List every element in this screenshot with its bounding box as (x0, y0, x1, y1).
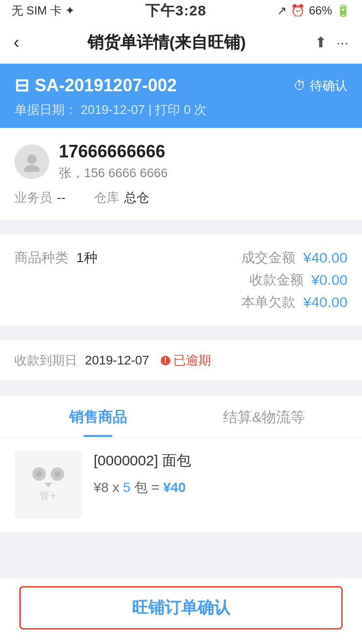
back-button[interactable]: ‹ (14, 32, 42, 53)
owed-amount-item: 本单欠款 ¥40.00 (241, 293, 348, 311)
alarm-icon: ⏰ (291, 4, 305, 17)
owl-left-eye (32, 467, 46, 481)
more-icon[interactable]: ··· (336, 34, 348, 51)
warehouse: 仓库 总仓 (94, 189, 149, 206)
unit-price: ¥8 (94, 480, 109, 495)
amount-value: ¥40.00 (303, 250, 348, 266)
product-type-item: 商品种类 1种 (14, 249, 97, 267)
info-left: 商品种类 1种 (14, 249, 97, 271)
owed-value: ¥40.00 (303, 294, 348, 310)
customer-name: 张，156 6666 6666 (59, 165, 168, 182)
product-name: [0000002] 面包 (94, 451, 191, 471)
owl-eyes (32, 467, 64, 481)
amount-label: 成交金额 (241, 249, 295, 267)
product-unit: 包 (134, 480, 148, 495)
date-label: 单据日期： (14, 102, 77, 117)
tab-settlement[interactable]: 结算&物流等 (181, 396, 348, 437)
order-id-text: SA-20191207-002 (35, 75, 177, 96)
due-section: 收款到期日 2019-12-07 ! 已逾期 (0, 340, 362, 380)
customer-info: 17666666666 张，156 6666 6666 (59, 141, 168, 182)
product-logo: 管+ (32, 467, 64, 503)
share-icon[interactable]: ⬆ (315, 34, 327, 51)
status-text: 待确认 (310, 77, 348, 94)
nav-right-actions: ⬆ ··· (291, 34, 348, 51)
status-right: ↗ ⏰ 66% 🔋 (277, 4, 350, 17)
order-id: ⊟ SA-20191207-002 (14, 75, 177, 96)
tab-settlement-label: 结算&物流等 (223, 409, 305, 425)
overdue-text: 已逾期 (173, 352, 211, 369)
transaction-amount-item: 成交金额 ¥40.00 (241, 249, 348, 267)
page-title: 销货单详情(来自旺铺) (42, 31, 291, 54)
nav-bar: ‹ 销货单详情(来自旺铺) ⬆ ··· (0, 21, 362, 64)
product-thumbnail: 管+ (14, 451, 82, 518)
order-icon: ⊟ (14, 75, 29, 96)
order-status: ⏱ 待确认 (293, 77, 348, 94)
received-amount-item: 收款金额 ¥0.00 (250, 271, 348, 289)
product-type-label: 商品种类 (14, 249, 69, 267)
sim-status: 无 SIM 卡 ✦ (12, 3, 75, 18)
order-header: ⊟ SA-20191207-002 ⏱ 待确认 单据日期： 2019-12-07… (0, 64, 362, 128)
warehouse-value: 总仓 (124, 189, 149, 206)
info-row: 商品种类 1种 成交金额 ¥40.00 收款金额 ¥0.00 本单欠款 ¥40.… (14, 249, 348, 311)
tab-sales-label: 销售商品 (69, 409, 127, 425)
status-time: 下午3:28 (145, 1, 206, 21)
due-label: 收款到期日 (14, 352, 77, 369)
product-section: 管+ [0000002] 面包 ¥8 x 5 包 = ¥40 (0, 437, 362, 532)
owl-beak (44, 483, 52, 488)
print-info: | 打印 0 次 (148, 102, 207, 117)
svg-point-0 (27, 154, 37, 164)
received-value: ¥0.00 (311, 272, 348, 288)
product-code: [0000002] (94, 452, 158, 468)
warehouse-label: 仓库 (94, 189, 119, 206)
confirm-order-button[interactable]: 旺铺订单确认 (19, 586, 343, 630)
customer-section: 17666666666 张，156 6666 6666 业务员 -- 仓库 总仓 (0, 128, 362, 220)
customer-meta: 业务员 -- 仓库 总仓 (14, 189, 348, 206)
equals-sign: = (152, 480, 163, 495)
divider-1 (0, 227, 362, 235)
owed-label: 本单欠款 (241, 293, 295, 311)
multiply-sign: x (112, 480, 123, 495)
location-icon: ↗ (277, 4, 287, 17)
status-bar: 无 SIM 卡 ✦ 下午3:28 ↗ ⏰ 66% 🔋 (0, 0, 362, 21)
sales-label: 业务员 (14, 189, 52, 206)
order-date: 2019-12-07 (81, 102, 145, 117)
status-clock-icon: ⏱ (293, 78, 306, 93)
product-type-value: 1种 (76, 249, 97, 267)
bottom-bar: 旺铺订单确认 (0, 578, 362, 644)
sales-person: 业务员 -- (14, 189, 65, 206)
info-section: 商品种类 1种 成交金额 ¥40.00 收款金额 ¥0.00 本单欠款 ¥40.… (0, 235, 362, 325)
svg-point-1 (24, 165, 40, 172)
received-label: 收款金额 (250, 271, 304, 289)
product-total: ¥40 (163, 480, 186, 495)
customer-phone: 17666666666 (59, 141, 168, 162)
avatar (14, 144, 49, 179)
order-date-info: 单据日期： 2019-12-07 | 打印 0 次 (14, 101, 348, 118)
owl-right-eye (51, 467, 64, 481)
product-price: ¥8 x 5 包 = ¥40 (94, 478, 191, 497)
product-qty: 5 (123, 480, 131, 495)
overdue-badge: ! 已逾期 (161, 352, 211, 369)
overdue-icon: ! (161, 356, 170, 365)
product-name-text: 面包 (162, 452, 191, 468)
info-right: 成交金额 ¥40.00 收款金额 ¥0.00 本单欠款 ¥40.00 (241, 249, 348, 311)
due-date: 2019-12-07 (85, 353, 149, 368)
sales-value: -- (57, 190, 65, 205)
owl-label: 管+ (40, 490, 57, 503)
tabs-section: 销售商品 结算&物流等 (0, 396, 362, 437)
divider-2 (0, 333, 362, 340)
battery-icon: 🔋 (336, 4, 350, 17)
divider-3 (0, 388, 362, 396)
customer-row: 17666666666 张，156 6666 6666 (14, 141, 348, 182)
product-info: [0000002] 面包 ¥8 x 5 包 = ¥40 (94, 451, 191, 497)
tab-sales-products[interactable]: 销售商品 (14, 396, 181, 437)
status-left: 无 SIM 卡 ✦ (12, 3, 75, 18)
battery-level: 66% (309, 4, 332, 17)
